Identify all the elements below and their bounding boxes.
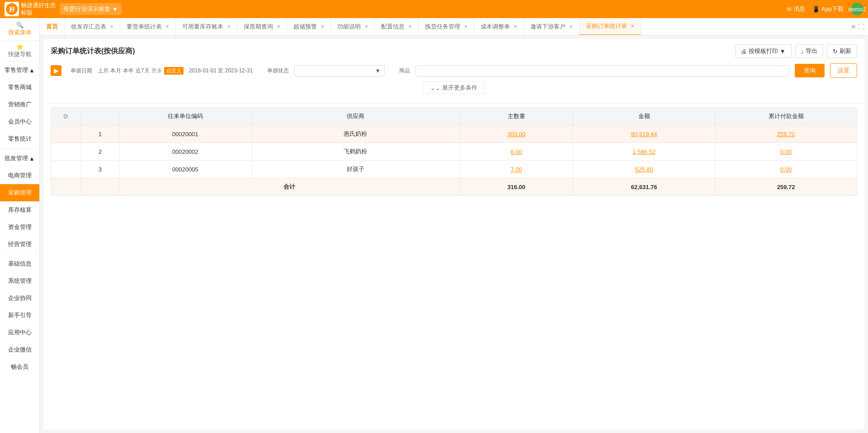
download-icon: 📱	[812, 6, 820, 13]
table-row: 2 00020002 飞鹤奶粉 6.00 1,586.52 0.00	[51, 143, 857, 161]
footer-amount: 62,631.76	[573, 178, 715, 196]
sidebar-search[interactable]: 🔍 搜索菜单	[0, 18, 39, 41]
content-area: 首页 收发存汇总表 ✕ 要货单统计表 ✕ 可用量库存账本 ✕ 保质期查询 ✕ 超…	[40, 18, 868, 433]
shortcut-this-month[interactable]: 本月	[110, 67, 121, 75]
sidebar-item-app-center[interactable]: 应用中心	[0, 324, 39, 341]
tab-receive-summary[interactable]: 收发存汇总表 ✕	[65, 18, 120, 35]
custom-badge[interactable]: 自定义	[164, 67, 184, 75]
row1-supplier: 惠氏奶粉	[251, 125, 459, 143]
sidebar-item-purchase[interactable]: 采购管理	[0, 184, 39, 201]
tab-close-config-info[interactable]: ✕	[408, 24, 412, 29]
sidebar-item-retail[interactable]: 零售管理▲	[0, 62, 39, 79]
refresh-button[interactable]: ↻ 刷新	[827, 44, 857, 58]
row1-amount[interactable]: 60,519.44	[573, 125, 715, 143]
status-select[interactable]: ▼	[294, 65, 385, 76]
expand-more-btn[interactable]: ⌄⌄ 展开更多条件	[423, 81, 485, 94]
row1-qty[interactable]: 303.00	[460, 125, 573, 143]
refresh-icon: ↻	[833, 48, 838, 55]
table-head: ⚙ 往来单位编码 供应商 主数量 金额 累计付款金额	[51, 108, 857, 125]
sidebar-item-basic[interactable]: 基础信息	[0, 255, 39, 272]
tab-pick-task[interactable]: 拣货任务管理 ✕	[419, 18, 474, 35]
th-amount: 金额	[573, 108, 715, 125]
th-paid: 累计付款金额	[715, 108, 857, 125]
filter-toggle-btn[interactable]: ▶	[51, 65, 61, 76]
footer-qty: 316.00	[460, 178, 573, 196]
page-title: 采购订单统计表(按供应商)	[51, 47, 135, 56]
sidebar-item-retail-shop[interactable]: 零售商城	[0, 79, 39, 96]
row2-amount[interactable]: 1,586.52	[573, 143, 715, 161]
row1-settings	[51, 125, 81, 143]
row2-settings	[51, 143, 81, 161]
sidebar-item-marketing[interactable]: 营销推广	[0, 96, 39, 113]
shortcut-more[interactable]: 更多	[151, 67, 162, 75]
sidebar-item-system[interactable]: 系统管理	[0, 272, 39, 290]
tab-invite-customer[interactable]: 邀请下游客户 ✕	[524, 18, 580, 35]
row3-qty[interactable]: 7.00	[460, 161, 573, 178]
row3-paid[interactable]: 0.00	[715, 161, 857, 178]
tab-close-receive-summary[interactable]: ✕	[110, 24, 113, 29]
row3-amount[interactable]: 525.80	[573, 161, 715, 178]
sidebar-item-member2[interactable]: 畅会员	[0, 358, 39, 376]
tab-close-cost-adjust[interactable]: ✕	[514, 24, 517, 29]
settings-button[interactable]: 设置	[830, 63, 857, 78]
tab-purchase-stats[interactable]: 采购订单统计表 ✕	[580, 18, 641, 35]
th-index	[81, 108, 119, 125]
tab-overstock-warning[interactable]: 超储预警 ✕	[287, 18, 331, 35]
shortcut-this-year[interactable]: 本年	[123, 67, 134, 75]
page-content: 采购订单统计表(按供应商) 🖨 按模板打印 ▼ ↓ 导出 ↻	[40, 35, 868, 433]
sidebar-item-newbie[interactable]: 新手引导	[0, 307, 39, 324]
shortcut-last-month[interactable]: 上月	[98, 67, 108, 75]
sidebar-divider-1	[0, 148, 39, 149]
tab-close-expiry-query[interactable]: ✕	[277, 24, 280, 29]
date-range[interactable]: 2016-01-01 至 2023-12-31	[189, 67, 253, 75]
goods-input[interactable]: ···	[415, 65, 789, 76]
table-row: 3 00020005 好孩子 7.00 525.80 0.00	[51, 161, 857, 178]
workspace-selector[interactable]: 母婴行业演示账套 ▼	[60, 3, 122, 15]
tab-close-invite-customer[interactable]: ✕	[569, 24, 573, 29]
shortcut-last-7-days[interactable]: 近7天	[136, 67, 150, 75]
table-section: ⚙ 往来单位编码 供应商 主数量 金额 累计付款金额	[43, 107, 864, 203]
row2-paid[interactable]: 0.00	[715, 143, 857, 161]
tab-close-pick-task[interactable]: ✕	[464, 24, 467, 29]
sidebar-item-finance[interactable]: 资金管理	[0, 219, 39, 236]
tab-cost-adjust[interactable]: 成本调整单 ✕	[474, 18, 524, 35]
sidebar-item-operations[interactable]: 经营管理	[0, 236, 39, 253]
tab-close-purchase-stats[interactable]: ✕	[631, 24, 634, 29]
tab-available-stock[interactable]: 可用量库存账本 ✕	[176, 18, 237, 35]
row2-qty[interactable]: 6.00	[460, 143, 573, 161]
sidebar-item-inventory[interactable]: 库存核算	[0, 201, 39, 219]
tab-close-function-desc[interactable]: ✕	[364, 24, 368, 29]
footer-index	[81, 178, 119, 196]
tab-expiry-query[interactable]: 保质期查询 ✕	[237, 18, 287, 35]
print-button[interactable]: 🖨 按模板打印 ▼	[735, 44, 792, 58]
sidebar-item-wholesale[interactable]: 批发管理▲	[0, 150, 39, 167]
tab-close-available-stock[interactable]: ✕	[227, 24, 231, 29]
tab-close-overstock-warning[interactable]: ✕	[321, 24, 324, 29]
message-btn[interactable]: ✉ 消息	[787, 5, 805, 13]
tab-close-demand-stats[interactable]: ✕	[165, 24, 169, 29]
tab-close-all-btn[interactable]: ✕	[851, 23, 856, 30]
avatar[interactable]: demo2	[851, 3, 863, 15]
sidebar-item-wechat[interactable]: 企业微信	[0, 341, 39, 358]
app-download-btn[interactable]: 📱 App下载	[812, 5, 844, 13]
tab-demand-stats[interactable]: 要货单统计表 ✕	[120, 18, 176, 35]
tab-function-desc[interactable]: 功能说明 ✕	[331, 18, 375, 35]
sidebar-quick-nav[interactable]: ⭐ 快捷导航	[0, 41, 39, 62]
table-row: 1 00020001 惠氏奶粉 303.00 60,519.44 259.72	[51, 125, 857, 143]
tab-config-info[interactable]: 配置信息 ✕	[375, 18, 419, 35]
sidebar-item-ecommerce[interactable]: 电商管理	[0, 167, 39, 184]
tab-home[interactable]: 首页	[40, 18, 65, 35]
sidebar-item-enterprise[interactable]: 企业协同	[0, 290, 39, 307]
footer-settings	[51, 178, 81, 196]
column-settings-icon[interactable]: ⚙	[63, 113, 69, 120]
export-button[interactable]: ↓ 导出	[795, 44, 824, 58]
tab-bar-actions: ✕ ⛶	[847, 23, 868, 30]
svg-text:好: 好	[9, 6, 15, 13]
row1-paid[interactable]: 259.72	[715, 125, 857, 143]
sidebar-item-member[interactable]: 会员中心	[0, 113, 39, 130]
footer-label: 合计	[119, 178, 459, 196]
tab-expand-btn[interactable]: ⛶	[858, 23, 864, 30]
sidebar-item-retail-stats[interactable]: 零售统计	[0, 130, 39, 148]
date-shortcuts: 上月 本月 本年 近7天 更多 自定义	[98, 67, 184, 75]
query-button[interactable]: 查询	[795, 64, 825, 77]
